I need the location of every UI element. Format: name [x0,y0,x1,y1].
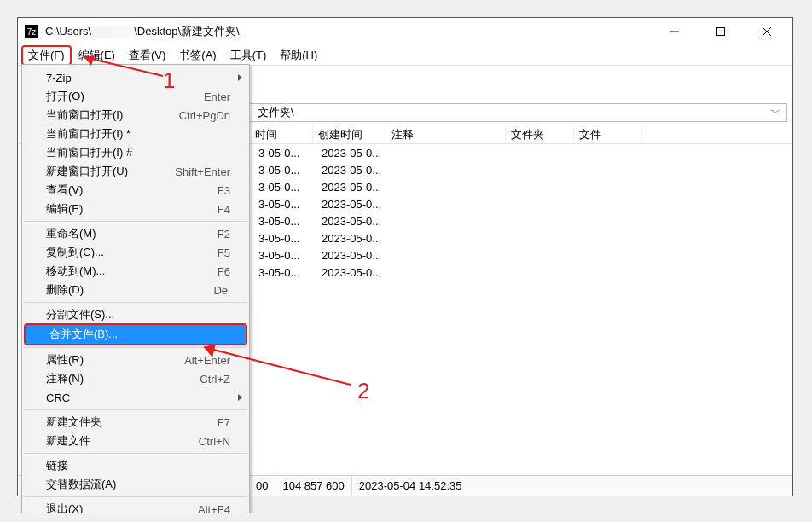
menu-item-label: 注释(N) [46,371,84,386]
menu-item-CRC[interactable]: CRC [22,388,249,407]
window-title: C:\Users\\Desktop\新建文件夹\ [45,24,659,39]
cell-mtime: 3-05-0... [253,249,316,262]
menu-帮助(H)[interactable]: 帮助(H) [273,45,324,66]
table-row[interactable]: 3-05-0...2023-05-0... [250,144,792,161]
table-row[interactable]: 3-05-0...2023-05-0... [250,178,792,195]
minimize-icon [670,26,680,37]
menu-item-注释(N)[interactable]: 注释(N)Ctrl+Z [22,369,249,388]
titlebar: 7z C:\Users\\Desktop\新建文件夹\ [18,18,792,45]
menu-item-shortcut: F2 [218,228,230,241]
menu-item-label: 当前窗口打开(I) # [46,145,132,160]
minimize-button[interactable] [659,20,690,44]
menu-separator [24,496,247,497]
menu-item-shortcut: F3 [218,184,230,197]
menu-item-shortcut: F6 [218,265,230,278]
menu-item-label: 删除(D) [46,282,84,298]
menu-item-shortcut: Ctrl+PgDn [179,109,230,122]
close-icon [762,26,772,37]
menu-item-label: 打开(O) [46,89,84,104]
svg-rect-1 [717,28,725,36]
menu-item-shortcut: Alt+F4 [198,503,230,514]
cell-ctime: 2023-05-0... [316,266,390,279]
status-seg-3: 2023-05-04 14:52:35 [352,476,469,496]
addressbar-text: 文件夹\ [258,105,294,120]
menu-item-label: 属性(R) [46,352,84,368]
menu-item-label: 查看(V) [46,183,83,198]
menu-item-shortcut: F4 [218,203,230,216]
menu-item-label: 新建窗口打开(U) [46,164,128,179]
menu-separator [24,302,247,303]
cell-mtime: 3-05-0... [253,164,316,177]
menu-书签(A)[interactable]: 书签(A) [172,45,223,66]
menu-item-label: 退出(X) [46,502,83,513]
menu-item-打开(O)[interactable]: 打开(O)Enter [22,87,249,106]
column-header[interactable]: 文件夹 [506,125,574,143]
menu-item-新建窗口打开(U)[interactable]: 新建窗口打开(U)Shift+Enter [22,162,249,181]
menu-item-label: 编辑(E) [46,201,83,217]
menu-item-属性(R)[interactable]: 属性(R)Alt+Enter [22,351,249,369]
menu-item-label: 链接 [46,458,68,473]
menu-item-合并文件(B)...[interactable]: 合并文件(B)... [26,325,246,344]
cell-ctime: 2023-05-0... [316,147,390,160]
status-seg-2: 104 857 600 [276,476,351,496]
menu-item-label: 复制到(C)... [46,245,104,260]
menu-item-移动到(M)...[interactable]: 移动到(M)...F6 [22,262,249,281]
table-row[interactable]: 3-05-0...2023-05-0... [250,161,792,178]
close-button[interactable] [751,20,782,44]
menu-item-新建文件夹[interactable]: 新建文件夹F7 [22,413,249,432]
app-window: 7z C:\Users\\Desktop\新建文件夹\ 文件(F)编辑(E)查看… [17,17,793,496]
menu-item-当前窗口打开(I) *[interactable]: 当前窗口打开(I) * [22,125,249,143]
title-suffix: \Desktop\新建文件夹\ [134,25,240,38]
cell-mtime: 3-05-0... [253,181,316,194]
menu-编辑(E)[interactable]: 编辑(E) [72,45,122,66]
cell-ctime: 2023-05-0... [316,232,390,245]
table-row[interactable]: 3-05-0...2023-05-0... [250,246,792,264]
menu-item-删除(D)[interactable]: 删除(D)Del [22,281,249,299]
column-header[interactable]: 时间 [250,125,313,143]
file-menu-dropdown: 7-Zip打开(O)Enter当前窗口打开(I)Ctrl+PgDn当前窗口打开(… [21,64,250,513]
cell-mtime: 3-05-0... [253,198,316,211]
menu-文件(F)[interactable]: 文件(F) [21,45,72,66]
menu-item-label: 当前窗口打开(I) * [46,126,130,142]
menu-item-shortcut: Shift+Enter [175,165,230,178]
menu-item-label: 当前窗口打开(I) [46,107,123,123]
menu-item-shortcut: Ctrl+N [199,435,230,448]
column-header[interactable]: 文件 [574,125,642,143]
menu-item-交替数据流(A)[interactable]: 交替数据流(A) [22,475,249,494]
menu-查看(V)[interactable]: 查看(V) [122,45,172,66]
menu-item-查看(V)[interactable]: 查看(V)F3 [22,181,249,200]
table-row[interactable]: 3-05-0...2023-05-0... [250,264,792,281]
menu-item-退出(X)[interactable]: 退出(X)Alt+F4 [22,500,249,513]
menu-item-重命名(M)[interactable]: 重命名(M)F2 [22,224,249,243]
menu-item-链接[interactable]: 链接 [22,456,249,475]
menu-item-label: 交替数据流(A) [46,477,116,492]
cell-mtime: 3-05-0... [253,147,316,160]
menu-item-shortcut: F7 [218,416,230,429]
menu-item-分割文件(S)...[interactable]: 分割文件(S)... [22,305,249,324]
column-header[interactable]: 创建时间 [313,125,386,143]
menu-item-label: CRC [46,392,70,404]
menu-item-当前窗口打开(I)[interactable]: 当前窗口打开(I)Ctrl+PgDn [22,106,249,125]
table-row[interactable]: 3-05-0...2023-05-0... [250,212,792,229]
menu-item-label: 新建文件 [46,433,90,449]
table-row[interactable]: 3-05-0...2023-05-0... [250,229,792,246]
title-prefix: C:\Users\ [45,25,91,38]
menu-item-当前窗口打开(I) #[interactable]: 当前窗口打开(I) # [22,143,249,162]
cell-mtime: 3-05-0... [253,266,316,279]
chevron-down-icon[interactable]: ﹀ [770,105,781,120]
menu-item-新建文件[interactable]: 新建文件Ctrl+N [22,432,249,450]
menu-item-复制到(C)...[interactable]: 复制到(C)...F5 [22,243,249,262]
table-row[interactable]: 3-05-0...2023-05-0... [250,195,792,212]
window-controls [659,20,782,44]
menu-item-编辑(E)[interactable]: 编辑(E)F4 [22,200,249,218]
cell-ctime: 2023-05-0... [316,198,390,211]
menu-工具(T)[interactable]: 工具(T) [223,45,274,66]
menu-item-7-Zip[interactable]: 7-Zip [22,68,249,87]
menu-item-label: 重命名(M) [46,226,96,241]
maximize-button[interactable] [705,20,736,44]
menu-item-label: 新建文件夹 [46,415,102,430]
menu-separator [24,347,247,348]
menu-item-shortcut: Alt+Enter [184,354,230,367]
column-header[interactable]: 注释 [386,125,506,143]
menu-separator [24,409,247,410]
